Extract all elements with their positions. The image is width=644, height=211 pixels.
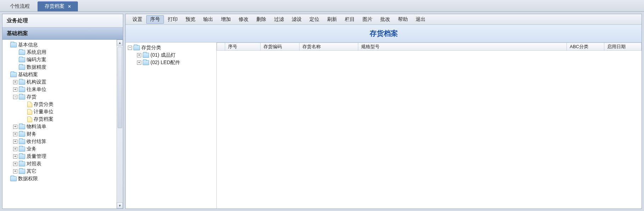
folder-icon <box>19 169 25 174</box>
category-item[interactable]: (01) 成品灯 <box>128 51 216 59</box>
folder-icon <box>19 95 25 99</box>
tree-item[interactable]: 质量管理 <box>5 153 116 160</box>
expand-icon[interactable] <box>13 162 17 166</box>
nav-tree[interactable]: 基本信息系统启用编码方案数据精度基础档案机构设置往来单位存货存货分类计量单位存货… <box>2 40 116 209</box>
tree-item[interactable]: 基本信息 <box>5 41 116 49</box>
category-item[interactable]: 存货分类 <box>128 44 216 51</box>
toolbar-退出[interactable]: 退出 <box>412 15 429 24</box>
toolbar-增加[interactable]: 增加 <box>217 15 235 24</box>
document-icon <box>27 102 32 107</box>
tab-bar: 个性流程 存货档案 × <box>0 0 644 12</box>
tree-item-label: 基本信息 <box>18 42 38 48</box>
tree-item-label: 业务 <box>27 146 36 152</box>
collapse-icon[interactable] <box>13 95 17 99</box>
scrollbar[interactable]: ▲ ▼ <box>116 40 123 209</box>
column-header[interactable]: 规格型号 <box>358 43 566 51</box>
toolbar-过滤[interactable]: 过滤 <box>270 15 288 24</box>
toolbar-图片[interactable]: 图片 <box>359 15 376 24</box>
tree-item[interactable]: 业务 <box>5 145 116 153</box>
tree-item[interactable]: 系统启用 <box>5 49 116 56</box>
toolbar-设置[interactable]: 设置 <box>129 15 146 24</box>
tree-item[interactable]: 收付结算 <box>5 138 116 145</box>
tree-item[interactable]: 计量单位 <box>5 108 116 115</box>
expand-icon[interactable] <box>13 169 17 173</box>
toggle-none <box>5 43 9 47</box>
tab-flow[interactable]: 个性流程 <box>3 1 37 11</box>
panel-header-business[interactable]: 业务处理 <box>2 14 123 28</box>
tree-item[interactable]: 财务 <box>5 130 116 138</box>
tab-inventory[interactable]: 存货档案 × <box>38 1 78 11</box>
tree-item[interactable]: 机构设置 <box>5 78 116 86</box>
folder-icon <box>19 57 25 62</box>
tab-label: 个性流程 <box>10 3 30 10</box>
expand-icon[interactable] <box>137 61 141 65</box>
category-label: (01) 成品灯 <box>150 52 176 58</box>
tree-item-label: 对照表 <box>27 161 41 167</box>
toolbar-批改[interactable]: 批改 <box>376 15 394 24</box>
tree-item[interactable]: 其它 <box>5 167 116 175</box>
tree-item[interactable]: 对照表 <box>5 160 116 167</box>
toolbar-滤设[interactable]: 滤设 <box>288 15 306 24</box>
column-header[interactable]: 启用日期 <box>604 43 641 51</box>
category-tree[interactable]: 存货分类(01) 成品灯(02) LED配件 <box>126 42 217 209</box>
folder-icon <box>19 139 25 144</box>
toolbar-输出[interactable]: 输出 <box>199 15 217 24</box>
column-header[interactable]: 存货编码 <box>260 43 299 51</box>
toggle-none <box>22 110 26 114</box>
data-grid[interactable]: 序号存货编码存货名称规格型号ABC分类启用日期 <box>217 42 642 209</box>
column-header[interactable]: 序号 <box>225 43 260 51</box>
toolbar-修改[interactable]: 修改 <box>235 15 252 24</box>
document-icon <box>27 109 32 115</box>
column-header[interactable]: ABC分类 <box>567 43 604 51</box>
folder-icon <box>19 87 25 92</box>
toolbar-打印[interactable]: 打印 <box>164 15 182 24</box>
tree-item[interactable]: 往来单位 <box>5 86 116 93</box>
folder-icon <box>19 124 25 129</box>
scroll-up-icon[interactable]: ▲ <box>117 40 123 46</box>
column-header[interactable]: 存货名称 <box>300 43 358 51</box>
folder-icon <box>10 72 17 77</box>
expand-icon[interactable] <box>13 154 17 159</box>
tree-item[interactable]: 物料清单 <box>5 123 116 130</box>
tree-item[interactable]: 存货 <box>5 93 116 101</box>
toolbar-删除[interactable]: 删除 <box>252 15 270 24</box>
close-icon[interactable]: × <box>68 4 71 9</box>
row-selector-header <box>217 43 225 51</box>
toolbar-帮助[interactable]: 帮助 <box>394 15 412 24</box>
expand-icon[interactable] <box>13 80 17 84</box>
expand-icon[interactable] <box>137 53 141 57</box>
toolbar-定位[interactable]: 定位 <box>306 15 323 24</box>
folder-icon <box>143 53 149 58</box>
expand-icon[interactable] <box>13 139 17 144</box>
category-item[interactable]: (02) LED配件 <box>128 59 216 66</box>
folder-icon <box>10 176 17 181</box>
tree-item-label: 基础档案 <box>18 72 38 78</box>
collapse-icon[interactable] <box>128 46 132 50</box>
tree-item[interactable]: 存货分类 <box>5 101 116 108</box>
expand-icon[interactable] <box>13 132 17 136</box>
panel-header-basic[interactable]: 基础档案 <box>2 28 123 40</box>
tree-item[interactable]: 编码方案 <box>5 56 116 63</box>
tree-item[interactable]: 基础档案 <box>5 71 116 78</box>
toolbar-栏目[interactable]: 栏目 <box>341 15 359 24</box>
folder-icon <box>19 80 25 85</box>
tree-item-label: 数据精度 <box>27 64 46 70</box>
tree-item-label: 财务 <box>27 131 36 137</box>
tree-item[interactable]: 数据权限 <box>5 175 116 182</box>
scroll-down-icon[interactable]: ▼ <box>117 203 123 209</box>
expand-icon[interactable] <box>13 125 17 129</box>
toolbar-序号[interactable]: 序号 <box>146 15 164 24</box>
expand-icon[interactable] <box>13 147 17 151</box>
tree-item[interactable]: 数据精度 <box>5 63 116 71</box>
tree-item-label: 系统启用 <box>27 49 46 56</box>
folder-icon <box>19 161 25 166</box>
tree-item[interactable]: 存货档案 <box>5 115 116 123</box>
expand-icon[interactable] <box>13 87 17 92</box>
document-icon <box>27 116 32 122</box>
toolbar-预览[interactable]: 预览 <box>182 15 199 24</box>
toggle-none <box>13 65 17 69</box>
tree-item-label: 数据权限 <box>18 176 38 182</box>
tree-item-label: 物料清单 <box>27 124 46 130</box>
toolbar-刷新[interactable]: 刷新 <box>323 15 341 24</box>
scroll-thumb[interactable] <box>118 47 122 128</box>
